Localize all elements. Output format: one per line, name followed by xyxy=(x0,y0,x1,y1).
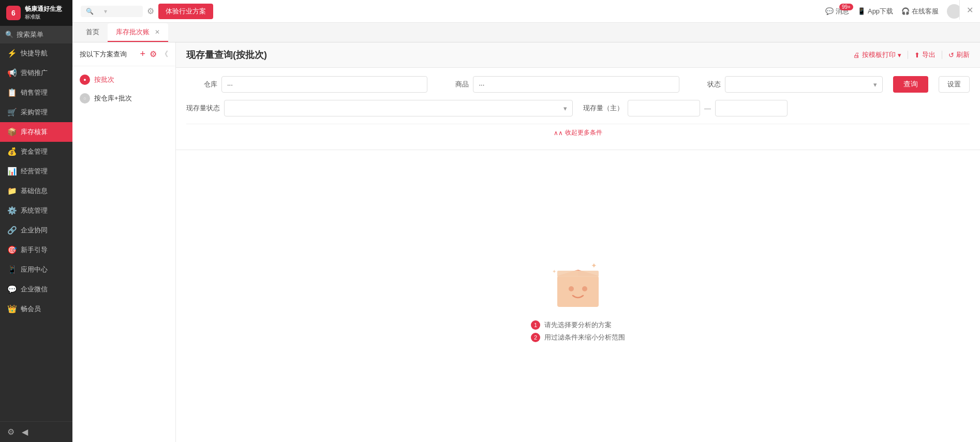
refresh-button[interactable]: ↺ 刷新 xyxy=(948,50,970,60)
sidebar-item-label: 库存核算 xyxy=(21,127,48,137)
scheme-panel: 按以下方案查询 + ⚙ 《 ● 按批次 ○ 按仓库+批次 xyxy=(72,42,176,442)
trial-button[interactable]: 体验行业方案 xyxy=(158,4,213,19)
app-download-label: App下载 xyxy=(868,7,893,16)
warehouse-dots: ··· xyxy=(227,81,233,89)
stock-status-label: 现存量状态 xyxy=(186,104,220,113)
sidebar-item-label: 系统管理 xyxy=(21,206,48,215)
online-service-label: 在线客服 xyxy=(912,7,939,16)
sidebar-item-system[interactable]: ⚙️ 系统管理 xyxy=(0,201,72,220)
sidebar-header: 6 畅康通好生意 标准版 xyxy=(0,0,72,26)
tab-batch-ledger[interactable]: 库存批次账 ✕ xyxy=(108,23,168,42)
sidebar-item-label: 基础信息 xyxy=(21,186,48,196)
export-button[interactable]: ⬆ 导出 xyxy=(914,50,936,60)
warehouse-input[interactable]: ··· xyxy=(221,76,427,93)
sidebar-item-purchase[interactable]: 🛒 采购管理 xyxy=(0,102,72,122)
scheme-collapse-button[interactable]: 《 xyxy=(161,50,168,59)
query-button[interactable]: 查询 xyxy=(893,76,928,93)
sidebar-nav: ⚡ 快捷导航 📢 营销推广 📋 销售管理 🛒 采购管理 📦 库存核算 💰 资金管… xyxy=(0,43,72,421)
warehouse-field: 仓库 ··· xyxy=(186,76,427,93)
settings-button[interactable]: 设置 xyxy=(939,76,970,93)
collapse-conditions-button[interactable]: ∧∧ 收起更多条件 xyxy=(186,124,970,141)
query-area: 现存量查询(按批次) 🖨 按模板打印 ▾ ⬆ 导出 ↺ 刷 xyxy=(176,42,980,442)
messages-button[interactable]: 💬 消息 99+ xyxy=(825,7,849,16)
sidebar-item-finance[interactable]: 💰 资金管理 xyxy=(0,142,72,161)
settings-icon[interactable]: ⚙ xyxy=(147,6,154,16)
sidebar-item-label: 营销推广 xyxy=(21,68,48,78)
search-icon: 🔍 xyxy=(86,8,94,15)
collapse-icon: ∧∧ xyxy=(554,129,563,137)
refresh-icon: ↺ xyxy=(948,51,954,59)
page-header: 现存量查询(按批次) 🖨 按模板打印 ▾ ⬆ 导出 ↺ 刷 xyxy=(176,42,980,68)
search-icon: 🔍 xyxy=(5,31,13,38)
topbar: 🔍 ▾ ⚙ 体验行业方案 💬 消息 99+ 📱 App下载 🎧 在线客服 xyxy=(72,0,980,23)
system-icon: ⚙️ xyxy=(7,206,17,215)
step1-num: 1 xyxy=(531,320,540,330)
messages-badge: 99+ xyxy=(839,4,853,10)
stock-qty-to[interactable] xyxy=(715,100,788,116)
message-icon: 💬 xyxy=(825,7,834,15)
tab-home[interactable]: 首页 xyxy=(78,23,108,42)
svg-rect-0 xyxy=(557,276,599,307)
status-select[interactable]: ▾ xyxy=(725,76,883,93)
sales-icon: 📋 xyxy=(7,88,17,97)
filter-row-1: 仓库 ··· 商品 ··· 状态 xyxy=(186,76,970,93)
scheme-item-by-batch[interactable]: ● 按批次 xyxy=(72,70,175,89)
panel-close-button[interactable]: ✕ xyxy=(959,0,980,20)
sidebar-item-operations[interactable]: 📊 经营管理 xyxy=(0,161,72,181)
print-template-label: 按模板打印 xyxy=(862,50,896,60)
product-input[interactable]: ··· xyxy=(473,76,679,93)
empty-state: ✦ ✦ 1 请先选择要分析的方案 2 用过滤条件来缩小分析范围 xyxy=(176,150,980,442)
collapse-sidebar-button[interactable]: ◀ xyxy=(22,427,28,437)
divider2 xyxy=(942,51,942,59)
print-template-button[interactable]: 🖨 按模板打印 ▾ xyxy=(853,50,901,60)
topbar-search-box[interactable]: 🔍 ▾ xyxy=(81,6,143,17)
scheme-item-by-warehouse-batch[interactable]: ○ 按仓库+批次 xyxy=(72,89,175,108)
settings-button[interactable]: ⚙ xyxy=(7,427,14,437)
stock-status-select[interactable]: ▾ xyxy=(224,100,573,116)
stock-qty-field: 现存量（主） — xyxy=(583,100,970,116)
add-scheme-button[interactable]: + xyxy=(140,49,145,60)
content-area: 按以下方案查询 + ⚙ 《 ● 按批次 ○ 按仓库+批次 xyxy=(72,42,980,442)
sidebar-item-apps[interactable]: 📱 应用中心 xyxy=(0,260,72,279)
apps-icon: 📱 xyxy=(7,265,17,274)
quick-nav-icon: ⚡ xyxy=(7,49,17,58)
sidebar-item-basics[interactable]: 📁 基础信息 xyxy=(0,181,72,201)
sidebar-item-member[interactable]: 👑 畅会员 xyxy=(0,299,72,319)
scheme-header-actions: + ⚙ 《 xyxy=(140,49,168,60)
sidebar-item-sales[interactable]: 📋 销售管理 xyxy=(0,83,72,102)
inventory-icon: 📦 xyxy=(7,127,17,137)
warehouse-label: 仓库 xyxy=(186,80,217,89)
product-label: 商品 xyxy=(438,80,469,89)
sidebar-search[interactable]: 🔍 搜索菜单 xyxy=(0,26,72,43)
sidebar-item-enterprise[interactable]: 🔗 企业协同 xyxy=(0,220,72,240)
tab-home-label: 首页 xyxy=(86,28,99,36)
filter-row-2: 现存量状态 ▾ 现存量（主） — xyxy=(186,100,970,116)
scheme-header-title: 按以下方案查询 xyxy=(80,50,127,59)
headset-icon: 🎧 xyxy=(901,7,910,15)
finance-icon: 💰 xyxy=(7,147,17,156)
svg-point-3 xyxy=(582,286,587,291)
sidebar-item-newbie[interactable]: 🎯 新手引导 xyxy=(0,240,72,260)
step2-text: 用过滤条件来缩小分析范围 xyxy=(544,333,625,342)
status-dropdown-icon: ▾ xyxy=(873,81,877,89)
step1-text: 请先选择要分析的方案 xyxy=(544,320,612,330)
sidebar-item-label: 企业协同 xyxy=(21,226,48,235)
svg-point-2 xyxy=(569,286,574,291)
sidebar-item-quick-nav[interactable]: ⚡ 快捷导航 xyxy=(0,43,72,63)
stock-qty-from[interactable] xyxy=(628,100,700,116)
scheme-list: ● 按批次 ○ 按仓库+批次 xyxy=(72,66,175,112)
stock-status-field: 现存量状态 ▾ xyxy=(186,100,573,116)
online-service-button[interactable]: 🎧 在线客服 xyxy=(901,7,939,16)
refresh-label: 刷新 xyxy=(956,50,970,60)
wechat-icon: 💬 xyxy=(7,285,17,294)
sidebar-item-wechat[interactable]: 💬 企业微信 xyxy=(0,279,72,299)
scheme-settings-button[interactable]: ⚙ xyxy=(150,49,157,59)
tab-close-button[interactable]: ✕ xyxy=(155,28,160,36)
empty-svg: ✦ ✦ xyxy=(547,250,609,312)
sidebar-item-inventory[interactable]: 📦 库存核算 xyxy=(0,122,72,142)
app-download-button[interactable]: 📱 App下载 xyxy=(857,7,893,16)
sidebar-item-label: 应用中心 xyxy=(21,265,48,274)
newbie-icon: 🎯 xyxy=(7,245,17,255)
purchase-icon: 🛒 xyxy=(7,108,17,117)
sidebar-item-marketing[interactable]: 📢 营销推广 xyxy=(0,63,72,83)
